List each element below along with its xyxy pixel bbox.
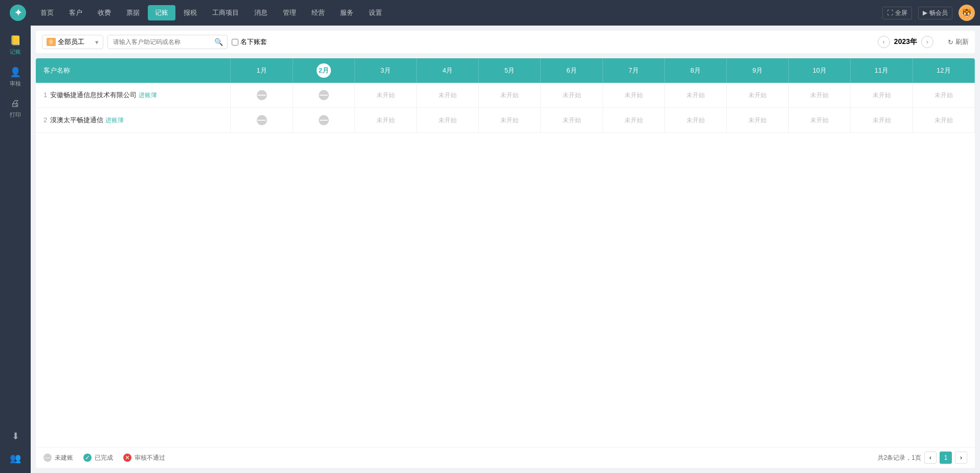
status-not-started: 未开始 xyxy=(810,117,829,124)
search-button[interactable]: 🔍 xyxy=(210,35,227,49)
vip-button[interactable]: ▶ 畅会员 xyxy=(918,7,952,19)
sidebar-item-审核[interactable]: 👤审核 xyxy=(2,62,29,92)
page-next-button[interactable]: › xyxy=(955,452,967,464)
content-area: 全 全部员工 ▾ 🔍 名下账套 ‹ 2023年 › ↻ 刷新 xyxy=(31,26,980,473)
vip-label: 畅会员 xyxy=(929,9,948,17)
column-m7: 7月 xyxy=(603,58,664,83)
status-not-started: 未开始 xyxy=(500,92,519,99)
fullscreen-button[interactable]: ⛶ 全屏 xyxy=(882,7,912,19)
column-m2: 2月 xyxy=(293,58,354,83)
refresh-icon: ↻ xyxy=(948,38,953,46)
status-not-started: 未开始 xyxy=(873,92,891,99)
status-not-started: 未开始 xyxy=(934,92,953,99)
nav-item-记账[interactable]: 记账 xyxy=(148,5,175,20)
enter-account-link[interactable]: 进账簿 xyxy=(105,117,124,124)
top-navigation: ✦ 首页客户收费票据记账报税工商项目消息管理经营服务设置 ⛶ 全屏 ▶ 畅会员 … xyxy=(0,0,980,26)
sidebar-bottom-item[interactable]: 👥 xyxy=(2,448,29,468)
status-not-started: 未开始 xyxy=(625,92,643,99)
nav-item-管理[interactable]: 管理 xyxy=(276,5,303,20)
sidebar-item-打印[interactable]: 🖨打印 xyxy=(2,94,29,123)
column-m6: 6月 xyxy=(541,58,603,83)
employee-select[interactable]: 全 全部员工 ▾ xyxy=(42,35,103,49)
sidebar-bottom-item[interactable]: ⬇ xyxy=(2,426,29,446)
nav-item-收费[interactable]: 收费 xyxy=(91,5,118,20)
year-next-button[interactable]: › xyxy=(921,36,933,48)
status-not-started: 未开始 xyxy=(438,92,457,99)
column-m12: 12月 xyxy=(912,58,974,83)
status-minus-icon: — xyxy=(319,90,329,100)
cell-m6: 未开始 xyxy=(541,108,603,133)
sidebar-item-记账[interactable]: 📒记账 xyxy=(2,31,29,60)
nav-items: 首页客户收费票据记账报税工商项目消息管理经营服务设置 xyxy=(33,5,882,20)
cell-m9: 未开始 xyxy=(727,83,789,108)
nav-item-设置[interactable]: 设置 xyxy=(362,5,389,20)
checkbox-text: 名下账套 xyxy=(240,37,267,47)
cell-m3: 未开始 xyxy=(354,108,416,133)
status-not-started: 未开始 xyxy=(748,92,767,99)
nav-item-首页[interactable]: 首页 xyxy=(33,5,61,20)
sidebar-label: 记账 xyxy=(10,48,21,56)
legend-completed: ✓ 已完成 xyxy=(83,454,113,462)
nav-item-经营[interactable]: 经营 xyxy=(304,5,332,20)
sidebar-bottom-icon: ⬇ xyxy=(12,431,19,442)
table-scroll: 客户名称1月2月3月4月5月6月7月8月9月10月11月12月 1安徽畅捷通信息… xyxy=(36,58,975,447)
legend-completed-label: 已完成 xyxy=(95,454,113,462)
cell-m2: — xyxy=(293,83,354,108)
vip-icon: ▶ xyxy=(923,9,927,16)
nav-item-工商项目[interactable]: 工商项目 xyxy=(205,5,246,20)
row-number: 1 xyxy=(43,91,47,99)
cell-m1: — xyxy=(231,83,293,108)
status-not-started: 未开始 xyxy=(376,92,395,99)
page-prev-button[interactable]: ‹ xyxy=(924,452,937,464)
cell-m10: 未开始 xyxy=(789,83,851,108)
search-input-wrap: 🔍 xyxy=(107,35,228,49)
refresh-button[interactable]: ↻ 刷新 xyxy=(948,37,969,47)
enter-account-link[interactable]: 进账簿 xyxy=(139,92,157,99)
status-not-started: 未开始 xyxy=(563,92,581,99)
status-not-started: 未开始 xyxy=(563,117,581,124)
filter-checkbox[interactable] xyxy=(232,39,238,46)
cell-m1: — xyxy=(231,108,293,133)
user-avatar[interactable]: 🐯 xyxy=(959,5,975,21)
nav-item-服务[interactable]: 服务 xyxy=(333,5,361,20)
status-not-started: 未开始 xyxy=(625,117,643,124)
nav-item-客户[interactable]: 客户 xyxy=(62,5,90,20)
pagination-info: 共2条记录，1页 xyxy=(878,454,921,462)
table-row: 1安徽畅捷通信息技术有限公司 进账簿——未开始未开始未开始未开始未开始未开始未开… xyxy=(36,83,975,108)
employee-label: 全部员工 xyxy=(58,37,84,47)
status-not-started: 未开始 xyxy=(500,117,519,124)
cell-m5: 未开始 xyxy=(479,83,541,108)
main-layout: 📒记账👤审核🖨打印⬇👥 全 全部员工 ▾ 🔍 名下账套 ‹ 2023年 › xyxy=(0,26,980,473)
table-footer: — 未建账 ✓ 已完成 ✕ 审核不通过 共2条记录，1页 ‹ 1 › xyxy=(36,447,975,468)
status-not-started: 未开始 xyxy=(686,92,705,99)
cell-m4: 未开始 xyxy=(417,83,479,108)
nav-item-票据[interactable]: 票据 xyxy=(119,5,147,20)
cell-m12: 未开始 xyxy=(912,108,974,133)
sidebar-bottom-icon: 👥 xyxy=(10,453,21,464)
cell-name: 2漠澳太平畅捷通信 进账簿 xyxy=(36,108,231,133)
legend-teal-icon: ✓ xyxy=(83,454,92,462)
status-not-started: 未开始 xyxy=(438,117,457,124)
status-minus-icon: — xyxy=(319,115,329,125)
cell-m6: 未开始 xyxy=(541,83,603,108)
active-month: 2月 xyxy=(317,63,331,78)
nav-item-报税[interactable]: 报税 xyxy=(176,5,204,20)
top-nav-right: ⛶ 全屏 ▶ 畅会员 🐯 xyxy=(882,5,975,21)
sidebar-icon: 👤 xyxy=(10,66,21,78)
current-page: 1 xyxy=(940,452,952,464)
checkbox-label[interactable]: 名下账套 xyxy=(232,37,267,47)
cell-m7: 未开始 xyxy=(603,108,664,133)
nav-item-消息[interactable]: 消息 xyxy=(247,5,275,20)
column-name: 客户名称 xyxy=(36,58,231,83)
legend-not-started-label: 未建账 xyxy=(55,454,73,462)
cell-name: 1安徽畅捷通信息技术有限公司 进账簿 xyxy=(36,83,231,108)
left-sidebar: 📒记账👤审核🖨打印⬇👥 xyxy=(0,26,31,473)
column-m8: 8月 xyxy=(664,58,726,83)
legend-rejected-label: 审核不通过 xyxy=(135,454,165,462)
row-number: 2 xyxy=(43,116,47,124)
year-prev-button[interactable]: ‹ xyxy=(878,36,890,48)
refresh-label: 刷新 xyxy=(955,37,969,47)
dropdown-chevron-icon: ▾ xyxy=(95,38,99,46)
cell-m11: 未开始 xyxy=(851,108,912,133)
search-input[interactable] xyxy=(108,36,210,48)
